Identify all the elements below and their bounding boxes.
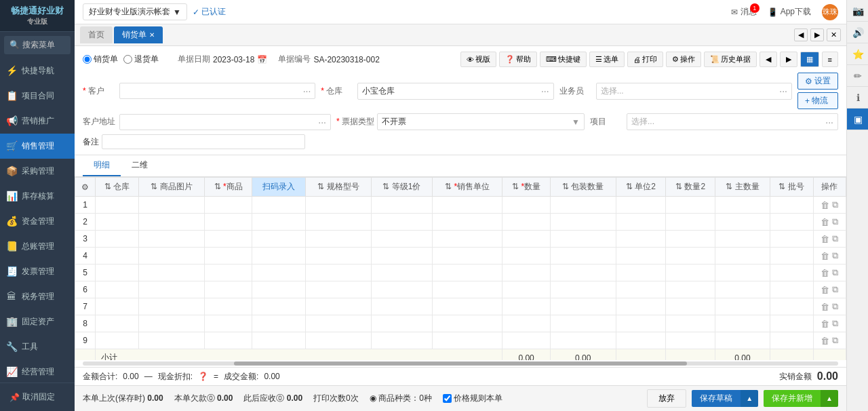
sidebar-item-inventory[interactable]: 📊 库存核算 <box>0 184 75 209</box>
row-main-qty-5[interactable] <box>715 265 770 281</box>
right-panel-edit[interactable]: ✏ <box>847 65 868 87</box>
row-copy-9[interactable]: ⧉ <box>832 335 838 346</box>
save-draft-arrow-button[interactable]: ▲ <box>741 390 758 407</box>
close-tab-icon[interactable]: ✕ <box>149 31 155 39</box>
row-scan-9[interactable] <box>252 332 306 349</box>
row-main-qty-3[interactable] <box>715 231 770 248</box>
row-pkg-qty-5[interactable] <box>550 265 616 281</box>
row-unit2-4[interactable] <box>616 248 665 265</box>
sidebar-item-sales[interactable]: 🛒 销售管理 <box>0 134 75 159</box>
row-unit-9[interactable] <box>432 332 502 349</box>
row-qty-9[interactable] <box>502 332 550 349</box>
help-button[interactable]: ❓帮助 <box>499 52 537 67</box>
row-qty-8[interactable] <box>502 315 550 332</box>
row-main-qty-2[interactable] <box>715 214 770 231</box>
row-spec-9[interactable] <box>306 332 372 349</box>
row-scan-8[interactable] <box>252 315 306 332</box>
row-price-6[interactable] <box>372 281 433 298</box>
row-image-9[interactable] <box>138 332 204 349</box>
row-spec-4[interactable] <box>306 248 372 265</box>
row-unit2-1[interactable] <box>616 197 665 214</box>
save-new-arrow-button[interactable]: ▲ <box>821 390 838 407</box>
row-qty2-5[interactable] <box>665 265 715 281</box>
row-warehouse-2[interactable] <box>96 214 139 231</box>
row-scan-5[interactable] <box>252 265 306 281</box>
project-picker-icon[interactable]: ··· <box>825 117 833 128</box>
row-qty-1[interactable] <box>502 197 550 214</box>
row-warehouse-6[interactable] <box>96 281 139 298</box>
row-delete-4[interactable]: 🗑 <box>821 250 829 261</box>
row-unit-4[interactable] <box>432 248 502 265</box>
row-qty-3[interactable] <box>502 231 550 248</box>
row-price-3[interactable] <box>372 231 433 248</box>
row-qty2-2[interactable] <box>665 214 715 231</box>
row-goods-4[interactable] <box>205 248 252 265</box>
row-main-qty-4[interactable] <box>715 248 770 265</box>
row-pkg-qty-9[interactable] <box>550 332 616 349</box>
row-main-qty-8[interactable] <box>715 315 770 332</box>
sidebar-item-purchase[interactable]: 📦 采购管理 <box>0 159 75 184</box>
row-unit-2[interactable] <box>432 214 502 231</box>
row-warehouse-4[interactable] <box>96 248 139 265</box>
customer-picker-icon[interactable]: ··· <box>303 85 311 96</box>
select-button[interactable]: ☰选单 <box>589 52 625 67</box>
next-doc-button[interactable]: ▶ <box>780 52 797 67</box>
row-qty2-7[interactable] <box>665 298 715 315</box>
row-spec-2[interactable] <box>306 214 372 231</box>
row-delete-9[interactable]: 🗑 <box>821 335 829 346</box>
row-qty2-9[interactable] <box>665 332 715 349</box>
row-batch-9[interactable] <box>770 332 813 349</box>
row-scan-6[interactable] <box>252 281 306 298</box>
row-pkg-qty-6[interactable] <box>550 281 616 298</box>
user-menu[interactable]: 珠珠 <box>822 4 838 20</box>
row-qty2-8[interactable] <box>665 315 715 332</box>
row-copy-1[interactable]: ⧉ <box>832 199 838 210</box>
row-price-1[interactable] <box>372 197 433 214</box>
row-spec-6[interactable] <box>306 281 372 298</box>
company-selector[interactable]: 好业财专业版演示帐套 ▼ <box>83 3 187 20</box>
history-button[interactable]: 📜历史单据 <box>704 52 757 67</box>
row-qty-6[interactable] <box>502 281 550 298</box>
row-unit-5[interactable] <box>432 265 502 281</box>
row-scan-2[interactable] <box>252 214 306 231</box>
salesperson-input[interactable]: 选择... ··· <box>596 83 792 100</box>
price-check-input[interactable] <box>443 394 452 403</box>
sidebar-item-finance[interactable]: 💰 资金管理 <box>0 209 75 234</box>
row-qty-5[interactable] <box>502 265 550 281</box>
radio-return[interactable]: 退货单 <box>123 54 159 65</box>
row-warehouse-5[interactable] <box>96 265 139 281</box>
project-input[interactable]: 选择... ··· <box>627 113 838 130</box>
row-pkg-qty-4[interactable] <box>550 248 616 265</box>
row-delete-6[interactable]: 🗑 <box>821 284 829 295</box>
save-new-button[interactable]: 保存并新增 <box>764 390 821 407</box>
tab-home[interactable]: 首页 <box>80 26 113 43</box>
right-panel-active[interactable]: ▣ <box>847 109 868 130</box>
row-price-2[interactable] <box>372 214 433 231</box>
row-goods-7[interactable] <box>205 298 252 315</box>
row-unit2-6[interactable] <box>616 281 665 298</box>
sidebar-item-invoice[interactable]: 🧾 发票管理 <box>0 259 75 284</box>
row-main-qty-7[interactable] <box>715 298 770 315</box>
sidebar-item-tax[interactable]: 🏛 税务管理 <box>0 284 75 309</box>
row-price-8[interactable] <box>372 315 433 332</box>
row-goods-6[interactable] <box>205 281 252 298</box>
tab-prev-button[interactable]: ◀ <box>794 28 808 41</box>
row-image-3[interactable] <box>138 231 204 248</box>
row-warehouse-9[interactable] <box>96 332 139 349</box>
col-scan[interactable]: 扫码录入 <box>252 178 306 197</box>
row-qty-4[interactable] <box>502 248 550 265</box>
row-main-qty-1[interactable] <box>715 197 770 214</box>
sidebar-item-management[interactable]: 📈 经营管理 <box>0 359 75 383</box>
row-unit2-7[interactable] <box>616 298 665 315</box>
sidebar-item-quick-nav[interactable]: ⚡ 快捷导航 <box>0 58 75 83</box>
row-spec-1[interactable] <box>306 197 372 214</box>
tab-sales-order[interactable]: 销货单 ✕ <box>114 26 163 43</box>
warehouse-input[interactable]: 小宝仓库 ··· <box>357 83 553 100</box>
row-copy-8[interactable]: ⧉ <box>832 318 838 329</box>
row-unit-7[interactable] <box>432 298 502 315</box>
row-qty2-4[interactable] <box>665 248 715 265</box>
row-copy-7[interactable]: ⧉ <box>832 301 838 312</box>
row-goods-5[interactable] <box>205 265 252 281</box>
messages-button[interactable]: ✉ 消息 1 <box>731 6 757 18</box>
customer-input[interactable]: ··· <box>119 83 315 99</box>
